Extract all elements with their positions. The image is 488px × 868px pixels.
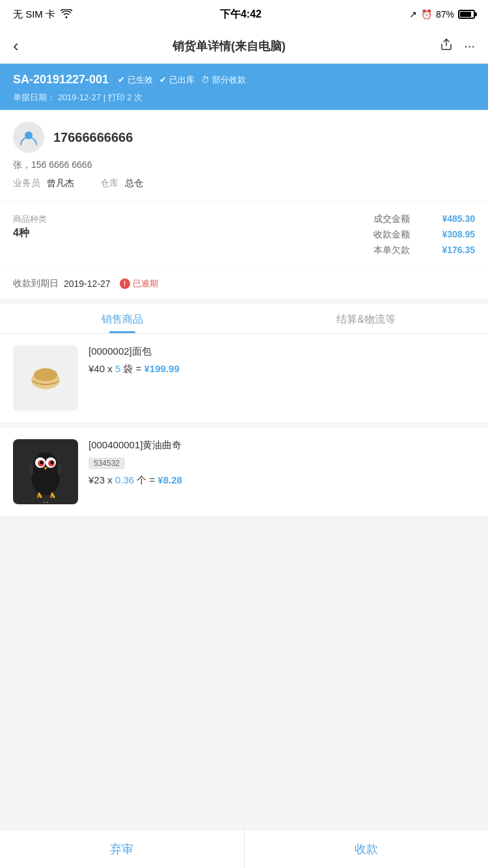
salesperson-item: 业务员 曾凡杰 — [13, 178, 74, 189]
customer-phone: 17666666666 — [53, 130, 133, 145]
status-right: ↗ ⏰ 87% — [409, 9, 475, 20]
print-info: | 打印 2 次 — [103, 92, 142, 102]
check-icon-1: ✔ — [118, 75, 125, 85]
product-title-1: 面包 — [132, 346, 152, 357]
customer-section: 17666666666 张，156 6666 6666 业务员 曾凡杰 仓库 总… — [0, 110, 488, 201]
qty-2: 0.36 — [115, 474, 134, 485]
confirm-button[interactable]: 收款 — [245, 830, 489, 868]
receipt-amount-label: 收款金额 — [373, 229, 410, 241]
unit-2: 个 — [137, 474, 146, 485]
status-activated-label: 已生效 — [128, 74, 153, 86]
battery-percent: 87% — [436, 9, 454, 20]
product-code-2: [000400001] — [88, 439, 142, 450]
tabs-container: 销售商品 结算&物流等 — [0, 304, 488, 334]
order-date-row: 单据日期： 2019-12-27 | 打印 2 次 — [13, 92, 475, 103]
check-icon-2: ✔ — [159, 75, 167, 85]
product-info-2: [000400001]黄油曲奇 534532 ¥23 x 0.36 个 = ¥8… — [88, 439, 475, 487]
status-shipped-label: 已出库 — [169, 74, 195, 86]
product-list: [0000002]面包 ¥40 x 5 袋 = ¥199.99 — [0, 334, 488, 516]
warehouse-item: 仓库 总仓 — [100, 178, 143, 189]
product-type-label: 商品种类 — [13, 213, 47, 225]
cancel-button[interactable]: 弃审 — [0, 830, 245, 868]
stats-right: 成交金额 ¥485.30 收款金额 ¥308.95 本单欠款 ¥176.35 — [373, 213, 475, 256]
status-shipped: ✔ 已出库 — [159, 74, 195, 86]
warehouse-label: 仓库 — [100, 178, 118, 188]
overdue-icon: ! — [120, 278, 130, 289]
product-type-count: 4种 — [13, 226, 47, 240]
status-partial-payment: ⏱ 部分收款 — [201, 74, 246, 86]
date-label: 单据日期： — [13, 92, 55, 102]
order-id: SA-20191227-001 — [13, 73, 109, 87]
back-button[interactable]: ‹ — [13, 36, 19, 56]
header-banner: SA-20191227-001 ✔ 已生效 ✔ 已出库 ⏱ 部分收款 单据日期：… — [0, 64, 488, 110]
svg-point-11 — [40, 461, 44, 465]
cancel-label: 弃审 — [110, 841, 133, 857]
receipt-amount-row: 收款金额 ¥308.95 — [373, 229, 475, 241]
carrier-text: 无 SIM 卡 — [13, 8, 55, 21]
tab-products-label: 销售商品 — [102, 314, 143, 325]
avatar — [13, 122, 44, 153]
order-date: 2019-12-27 — [58, 92, 102, 102]
product-code-1: [0000002] — [88, 346, 132, 357]
status-left: 无 SIM 卡 — [13, 8, 72, 21]
bottom-bar: 弃审 收款 — [0, 829, 488, 868]
salesperson-label: 业务员 — [13, 178, 40, 188]
price-1: ¥40 — [88, 363, 105, 374]
clock-icon: ⏱ — [201, 75, 210, 85]
product-info-1: [0000002]面包 ¥40 x 5 袋 = ¥199.99 — [88, 346, 475, 375]
page-title: 销货单详情(来自电脑) — [172, 38, 286, 54]
unit-1: 袋 — [123, 363, 133, 374]
nav-actions: ··· — [439, 37, 475, 55]
status-bar: 无 SIM 卡 下午4:42 ↗ ⏰ 87% — [0, 0, 488, 29]
stats-section: 商品种类 4种 成交金额 ¥485.30 收款金额 ¥308.95 本单欠款 ¥… — [0, 202, 488, 268]
svg-text:● ●: ● ● — [43, 500, 47, 504]
customer-name-phone: 张，156 6666 6666 — [13, 159, 475, 171]
share-icon[interactable] — [439, 37, 454, 55]
nav-bar: ‹ 销货单详情(来自电脑) ··· — [0, 29, 488, 64]
product-sku-2: 534532 — [88, 457, 125, 469]
product-image-1 — [13, 346, 78, 411]
due-label: 收款到期日 — [13, 278, 59, 290]
total-1: ¥199.99 — [144, 363, 180, 374]
order-id-row: SA-20191227-001 ✔ 已生效 ✔ 已出库 ⏱ 部分收款 — [13, 73, 475, 87]
more-icon[interactable]: ··· — [464, 38, 475, 53]
receipt-amount-value: ¥308.95 — [423, 229, 475, 241]
product-name-1: [0000002]面包 — [88, 346, 475, 358]
status-partial-label: 部分收款 — [212, 74, 246, 86]
status-activated: ✔ 已生效 — [118, 74, 153, 86]
product-price-1: ¥40 x 5 袋 = ¥199.99 — [88, 363, 475, 375]
debt-amount-row: 本单欠款 ¥176.35 — [373, 245, 475, 256]
total-2: ¥8.28 — [157, 474, 182, 485]
warehouse-value: 总仓 — [125, 178, 143, 188]
product-image-2: ● ● — [13, 439, 78, 504]
debt-amount-value: ¥176.35 — [423, 245, 475, 256]
debt-amount-label: 本单欠款 — [373, 245, 410, 256]
overdue-text: 已逾期 — [133, 278, 158, 290]
due-date: 2019-12-27 — [64, 278, 111, 289]
customer-top: 17666666666 — [13, 122, 475, 153]
wifi-icon — [61, 9, 72, 20]
qty-1: 5 — [115, 363, 120, 374]
tab-settlement[interactable]: 结算&物流等 — [244, 304, 488, 333]
product-price-2: ¥23 x 0.36 个 = ¥8.28 — [88, 474, 475, 487]
deal-amount-row: 成交金额 ¥485.30 — [373, 213, 475, 225]
product-item: [0000002]面包 ¥40 x 5 袋 = ¥199.99 — [0, 334, 488, 422]
status-time: 下午4:42 — [220, 8, 262, 21]
salesperson-value: 曾凡杰 — [47, 178, 74, 188]
tab-products[interactable]: 销售商品 — [0, 304, 244, 333]
deal-amount-value: ¥485.30 — [423, 213, 475, 225]
product-title-2: 黄油曲奇 — [142, 439, 182, 450]
svg-point-12 — [51, 461, 54, 465]
price-2: ¥23 — [88, 474, 105, 485]
status-tags: ✔ 已生效 ✔ 已出库 ⏱ 部分收款 — [118, 74, 246, 86]
battery-icon — [458, 10, 475, 19]
location-icon: ↗ — [409, 9, 417, 20]
alarm-icon: ⏰ — [421, 9, 432, 20]
due-section: 收款到期日 2019-12-27 ! 已逾期 — [0, 269, 488, 299]
tab-settlement-label: 结算&物流等 — [336, 314, 396, 325]
product-item-2: ● ● [000400001]黄油曲奇 534532 ¥23 x 0.36 个 … — [0, 427, 488, 516]
deal-amount-label: 成交金额 — [373, 213, 410, 225]
customer-meta: 业务员 曾凡杰 仓库 总仓 — [13, 178, 475, 189]
svg-point-3 — [34, 368, 57, 381]
overdue-badge: ! 已逾期 — [120, 278, 158, 290]
